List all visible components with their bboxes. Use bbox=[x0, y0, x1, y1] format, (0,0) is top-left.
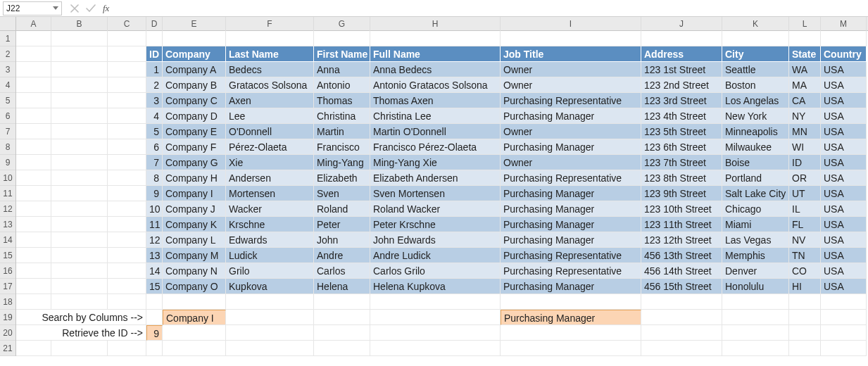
table-cell[interactable]: 123 7th Street bbox=[641, 155, 722, 170]
cell[interactable] bbox=[108, 139, 146, 155]
table-cell[interactable]: Antonio bbox=[314, 77, 370, 93]
cell[interactable] bbox=[108, 217, 146, 232]
column-header[interactable]: M bbox=[821, 17, 867, 31]
cell[interactable] bbox=[226, 31, 314, 46]
cell[interactable] bbox=[821, 325, 867, 341]
table-cell[interactable]: Company C bbox=[163, 93, 226, 108]
table-cell[interactable]: O'Donnell bbox=[226, 124, 314, 139]
cell[interactable] bbox=[370, 310, 501, 325]
table-cell[interactable]: John Edwards bbox=[370, 232, 501, 248]
table-cell[interactable]: Carlos Grilo bbox=[370, 263, 501, 279]
table-header[interactable]: Address bbox=[641, 46, 722, 62]
table-cell[interactable]: Christina Lee bbox=[370, 108, 501, 124]
table-cell[interactable]: 123 5th Street bbox=[641, 124, 722, 139]
cell[interactable] bbox=[16, 186, 51, 201]
row-header[interactable]: 3 bbox=[0, 62, 15, 77]
table-cell[interactable]: Company B bbox=[163, 77, 226, 93]
table-cell[interactable]: Sven Mortensen bbox=[370, 186, 501, 201]
table-cell[interactable]: Francisco Pérez-Olaeta bbox=[370, 139, 501, 155]
table-cell[interactable]: Owner bbox=[501, 155, 641, 170]
table-cell[interactable]: Purchasing Representative bbox=[501, 248, 641, 263]
cell[interactable] bbox=[108, 341, 146, 356]
cell[interactable] bbox=[108, 263, 146, 279]
table-cell[interactable]: MN bbox=[789, 124, 821, 139]
table-cell[interactable]: 456 14th Street bbox=[641, 263, 722, 279]
table-cell[interactable]: 1 bbox=[146, 62, 163, 77]
cell[interactable] bbox=[16, 62, 51, 77]
row-header[interactable]: 7 bbox=[0, 124, 15, 139]
cell[interactable] bbox=[108, 155, 146, 170]
cell[interactable] bbox=[16, 294, 51, 310]
table-cell[interactable]: Company G bbox=[163, 155, 226, 170]
cell[interactable] bbox=[108, 77, 146, 93]
cell[interactable] bbox=[16, 124, 51, 139]
table-cell[interactable]: 2 bbox=[146, 77, 163, 93]
table-cell[interactable]: Purchasing Manager bbox=[501, 108, 641, 124]
table-cell[interactable]: Purchasing Manager bbox=[501, 232, 641, 248]
cell[interactable] bbox=[146, 31, 163, 46]
cell[interactable] bbox=[370, 325, 501, 341]
cell[interactable] bbox=[226, 325, 314, 341]
table-cell[interactable]: Andre bbox=[314, 248, 370, 263]
table-cell[interactable]: 123 4th Street bbox=[641, 108, 722, 124]
table-cell[interactable]: Krschne bbox=[226, 217, 314, 232]
table-cell[interactable]: Kupkova bbox=[226, 279, 314, 294]
cell[interactable] bbox=[51, 77, 108, 93]
table-cell[interactable]: Wacker bbox=[226, 201, 314, 217]
table-cell[interactable]: Owner bbox=[501, 62, 641, 77]
table-cell[interactable]: Helena bbox=[314, 279, 370, 294]
table-cell[interactable]: WA bbox=[789, 62, 821, 77]
table-cell[interactable]: USA bbox=[821, 279, 867, 294]
table-cell[interactable]: Mortensen bbox=[226, 186, 314, 201]
table-cell[interactable]: Company I bbox=[163, 186, 226, 201]
cell[interactable] bbox=[163, 294, 226, 310]
cell[interactable] bbox=[51, 46, 108, 62]
cell[interactable] bbox=[501, 341, 641, 356]
cell[interactable] bbox=[146, 341, 163, 356]
table-cell[interactable]: Owner bbox=[501, 77, 641, 93]
table-cell[interactable]: 123 8th Street bbox=[641, 170, 722, 186]
table-cell[interactable]: MA bbox=[789, 77, 821, 93]
table-cell[interactable]: Company A bbox=[163, 62, 226, 77]
cell[interactable] bbox=[16, 170, 51, 186]
table-cell[interactable]: 15 bbox=[146, 279, 163, 294]
table-cell[interactable]: 7 bbox=[146, 155, 163, 170]
table-cell[interactable]: Sven bbox=[314, 186, 370, 201]
table-cell[interactable]: Gratacos Solsona bbox=[226, 77, 314, 93]
cell[interactable] bbox=[821, 310, 867, 325]
cell[interactable] bbox=[314, 294, 370, 310]
table-cell[interactable]: 13 bbox=[146, 248, 163, 263]
cell[interactable] bbox=[16, 263, 51, 279]
cell[interactable] bbox=[108, 201, 146, 217]
table-cell[interactable]: Company L bbox=[163, 232, 226, 248]
table-cell[interactable]: Helena Kupkova bbox=[370, 279, 501, 294]
table-cell[interactable]: Martin bbox=[314, 124, 370, 139]
formula-input[interactable] bbox=[116, 1, 868, 15]
cell[interactable] bbox=[226, 341, 314, 356]
cell[interactable] bbox=[16, 232, 51, 248]
table-cell[interactable]: Denver bbox=[722, 263, 789, 279]
table-cell[interactable]: 123 11th Street bbox=[641, 217, 722, 232]
search-company-input[interactable]: Company I bbox=[163, 310, 226, 325]
cell[interactable] bbox=[108, 93, 146, 108]
cell[interactable] bbox=[51, 170, 108, 186]
cell[interactable] bbox=[51, 201, 108, 217]
table-cell[interactable]: Elizabeth Andersen bbox=[370, 170, 501, 186]
table-cell[interactable]: USA bbox=[821, 124, 867, 139]
table-header[interactable]: Job Title bbox=[501, 46, 641, 62]
cell[interactable] bbox=[108, 108, 146, 124]
table-cell[interactable]: USA bbox=[821, 139, 867, 155]
cell[interactable] bbox=[163, 325, 226, 341]
cell[interactable] bbox=[163, 31, 226, 46]
cell[interactable] bbox=[16, 31, 51, 46]
cell[interactable] bbox=[51, 341, 108, 356]
table-cell[interactable]: Lee bbox=[226, 108, 314, 124]
table-cell[interactable]: Company D bbox=[163, 108, 226, 124]
column-header[interactable]: K bbox=[722, 17, 789, 31]
cell[interactable] bbox=[51, 139, 108, 155]
cell[interactable] bbox=[108, 31, 146, 46]
cell[interactable] bbox=[226, 294, 314, 310]
cell[interactable] bbox=[16, 77, 51, 93]
cell[interactable] bbox=[108, 170, 146, 186]
row-header[interactable]: 13 bbox=[0, 217, 15, 232]
